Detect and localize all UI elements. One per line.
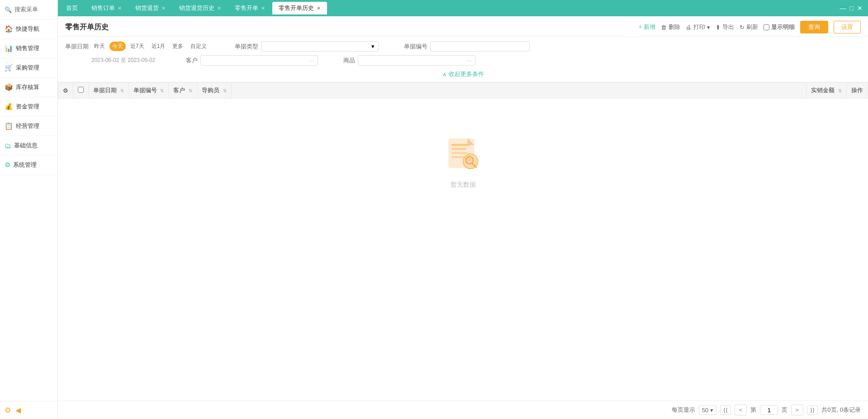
per-page-select[interactable]: 50 ▾	[699, 405, 716, 415]
toolbar: + 新增 🗑 删除 🖨 打印 ▾ ⬆ 导出 ↻ 刷新	[639, 21, 861, 33]
sidebar-item-label: 销售管理	[16, 44, 39, 52]
doc-no-input[interactable]	[430, 41, 530, 52]
customer-input[interactable]: ···	[200, 55, 318, 66]
th-actual-amount-label: 实销金额	[811, 87, 835, 94]
date-btn-yesterday[interactable]: 昨天	[91, 42, 108, 51]
first-page-btn[interactable]: ⟨⟨	[720, 405, 731, 415]
search-icon: 🔍	[5, 6, 12, 13]
goods-input[interactable]: ···	[358, 55, 475, 66]
date-filter-label: 单据日期	[65, 42, 89, 51]
gear-icon: ⚙	[63, 87, 68, 94]
tab-sales-order-close[interactable]: ✕	[118, 5, 122, 11]
tab-retail-open[interactable]: 零售开单 ✕	[228, 2, 271, 14]
th-actual-amount[interactable]: 实销金额 ⇅	[806, 83, 847, 99]
sidebar-item-label: 系统管理	[13, 161, 37, 169]
date-btn-custom[interactable]: 自定义	[188, 42, 209, 51]
page-number-input[interactable]	[760, 405, 778, 415]
export-icon: ⬆	[716, 24, 721, 31]
collapse-sidebar-btn[interactable]: ◀	[15, 406, 21, 414]
tab-retail-open-label: 零售开单	[235, 4, 258, 12]
minimize-btn[interactable]: —	[840, 5, 846, 12]
doc-no-label: 单据编号	[404, 42, 427, 51]
sidebar-search-label: 搜索采单	[14, 5, 38, 14]
total-info: 共0页, 0条记录	[821, 406, 861, 414]
next-page-btn[interactable]: ＞	[791, 405, 803, 415]
collapse-btn[interactable]: ∧ 收起更多条件	[65, 69, 861, 79]
filter-area: 单据日期 昨天 今天 近7天 近1月 更多 自定义 单据类型 ▾	[58, 37, 868, 82]
tab-sales-return-close[interactable]: ✕	[161, 5, 166, 11]
th-salesperson[interactable]: 导购员 ⇅	[197, 83, 231, 99]
th-doc-no-label: 单据编号	[133, 87, 157, 94]
refresh-button[interactable]: ↻ 刷新	[740, 23, 758, 31]
doc-type-select[interactable]: ▾	[261, 41, 379, 52]
tab-retail-open-close[interactable]: ✕	[261, 5, 265, 11]
sidebar-item-quick-nav[interactable]: 🏠 快捷导航	[0, 19, 57, 39]
sidebar-item-system-mgmt[interactable]: ⚙ 系统管理	[0, 155, 57, 175]
th-date-label: 单据日期	[93, 87, 117, 94]
date-btn-last-month[interactable]: 近1月	[149, 42, 168, 51]
th-date[interactable]: 单据日期 ⇅	[89, 83, 129, 99]
prev-page-btn[interactable]: ＜	[735, 405, 747, 415]
sidebar-item-finance[interactable]: 💰 资金管理	[0, 97, 57, 117]
date-btn-last7[interactable]: 近7天	[128, 42, 147, 51]
sidebar-item-sales-mgmt[interactable]: 📊 销售管理	[0, 39, 57, 58]
tab-retail-open-history-label: 零售开单历史	[279, 4, 314, 12]
table-header-row: ⚙ 单据日期 ⇅ 单据编号 ⇅	[58, 83, 868, 99]
th-gear[interactable]: ⚙	[58, 83, 73, 99]
th-customer[interactable]: 客户 ⇅	[169, 83, 197, 99]
print-button[interactable]: 🖨 打印 ▾	[686, 23, 710, 31]
tab-retail-open-history-close[interactable]: ✕	[317, 5, 321, 11]
show-detail-toggle[interactable]: 显示明细	[764, 23, 795, 31]
last-page-btn[interactable]: ⟩⟩	[807, 405, 818, 415]
doc-type-filter: 单据类型 ▾	[235, 41, 379, 52]
per-page-label: 每页显示	[672, 406, 695, 414]
sidebar-item-basic-info[interactable]: 🗂 基础信息	[0, 136, 57, 155]
finance-icon: 💰	[5, 103, 13, 111]
inventory-icon: 📦	[5, 83, 13, 91]
new-btn-label: + 新增	[639, 23, 655, 31]
maximize-btn[interactable]: □	[850, 5, 854, 12]
tab-home[interactable]: 首页	[60, 2, 84, 14]
customer-label: 客户	[186, 56, 198, 65]
data-table: ⚙ 单据日期 ⇅ 单据编号 ⇅	[58, 82, 868, 225]
sidebar-search[interactable]: 🔍 搜索采单	[0, 0, 57, 19]
page-suffix: 页	[782, 406, 787, 414]
tab-sales-return-history-close[interactable]: ✕	[217, 5, 221, 11]
sidebar-item-operation[interactable]: 📋 经营管理	[0, 117, 57, 136]
page-title: 零售开单历史	[65, 23, 109, 32]
pagination-bar: 每页显示 50 ▾ ⟨⟨ ＜ 第 页 ＞ ⟩⟩ 共0页, 0条记录	[58, 400, 868, 419]
sidebar: 🔍 搜索采单 🏠 快捷导航 📊 销售管理 🛒 采购管理 📦 库存核算 💰 资金管…	[0, 0, 58, 419]
query-button[interactable]: 查询	[800, 21, 828, 33]
doc-type-dropdown-icon: ▾	[371, 43, 375, 50]
main-area: 首页 销售订单 ✕ 销货退货 ✕ 销货退货历史 ✕ 零售开单 ✕ 零售开单历史 …	[58, 0, 868, 419]
new-button[interactable]: + 新增	[639, 23, 655, 31]
sidebar-item-inventory[interactable]: 📦 库存核算	[0, 78, 57, 97]
setting-button[interactable]: 设置	[834, 21, 861, 33]
customer-filter: 客户 ···	[186, 55, 318, 66]
tab-sales-return-history-label: 销货退货历史	[179, 4, 214, 12]
refresh-icon: ↻	[740, 24, 745, 31]
th-customer-sort-icon: ⇅	[189, 88, 192, 93]
show-detail-checkbox[interactable]	[764, 24, 769, 30]
tab-retail-open-history[interactable]: 零售开单历史 ✕	[272, 2, 327, 14]
sidebar-item-label: 经营管理	[16, 122, 39, 130]
tab-sales-order[interactable]: 销售订单 ✕	[85, 2, 128, 14]
close-btn[interactable]: ✕	[857, 5, 863, 12]
export-button[interactable]: ⬆ 导出	[716, 23, 734, 31]
settings-icon-btn[interactable]: ⚙	[5, 406, 11, 414]
th-checkbox[interactable]	[73, 83, 89, 99]
sidebar-item-label: 快捷导航	[16, 25, 39, 33]
sales-icon: 📊	[5, 44, 13, 52]
sidebar-item-label: 资金管理	[16, 103, 39, 111]
tab-sales-return-history[interactable]: 销货退货历史 ✕	[173, 2, 228, 14]
th-doc-no[interactable]: 单据编号 ⇅	[128, 83, 169, 99]
date-range-display: 单据日期 2023-06-02 至 2023-06-02	[65, 56, 155, 65]
purchase-icon: 🛒	[5, 64, 13, 72]
sidebar-item-purchase-mgmt[interactable]: 🛒 采购管理	[0, 58, 57, 78]
tab-sales-return[interactable]: 销货退货 ✕	[129, 2, 172, 14]
delete-button[interactable]: 🗑 删除	[661, 23, 680, 31]
date-btn-today[interactable]: 今天	[109, 42, 126, 51]
th-salesperson-sort-icon: ⇅	[223, 88, 227, 93]
select-all-checkbox[interactable]	[78, 87, 84, 93]
date-btn-more[interactable]: 更多	[170, 42, 186, 51]
